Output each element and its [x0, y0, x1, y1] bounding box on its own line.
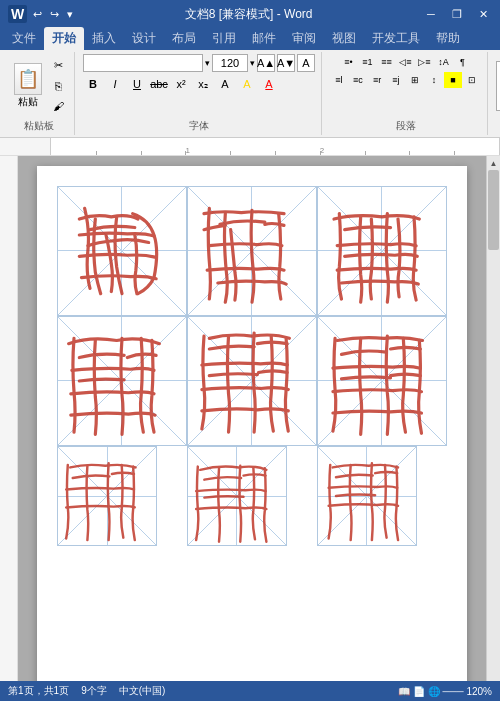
cut-button[interactable]: ✂: [48, 57, 68, 75]
word-icon: W: [8, 5, 27, 23]
clear-format-button[interactable]: A: [297, 54, 315, 72]
window-title: 文档8 [兼容模式] - Word: [75, 6, 422, 23]
multilevel-button[interactable]: ≡≡: [378, 54, 396, 70]
text-highlight-button[interactable]: A: [237, 75, 257, 93]
decrease-indent-button[interactable]: ◁≡: [397, 54, 415, 70]
word-count: 9个字: [81, 684, 107, 698]
tab-layout[interactable]: 布局: [164, 27, 204, 50]
character-grid: [57, 186, 447, 546]
char-svg-7: [58, 447, 156, 545]
print-layout-button[interactable]: 📄: [413, 686, 425, 697]
read-mode-button[interactable]: 📖: [398, 686, 410, 697]
underline-button[interactable]: U: [127, 75, 147, 93]
tab-insert[interactable]: 插入: [84, 27, 124, 50]
page-wrapper[interactable]: [18, 156, 486, 701]
scroll-up-button[interactable]: ▲: [487, 156, 501, 170]
tab-help[interactable]: 帮助: [428, 27, 468, 50]
tab-mailings[interactable]: 邮件: [244, 27, 284, 50]
paragraph-group: ≡• ≡1 ≡≡ ◁≡ ▷≡ ↕A ¶ ≡l ≡c ≡r ≡j ⊞ ↕ ■ ⊡: [324, 52, 488, 135]
subscript-button[interactable]: x₂: [193, 75, 213, 93]
line-spacing-button[interactable]: ↕: [425, 72, 443, 88]
show-formatting-button[interactable]: ¶: [454, 54, 472, 70]
char-svg-4: [58, 317, 186, 445]
char-svg-6: [318, 317, 446, 445]
styles-gallery[interactable]: 正文: [496, 61, 500, 111]
font-color-button[interactable]: A: [259, 75, 279, 93]
char-cell-2: [187, 186, 317, 316]
scroll-thumb[interactable]: [488, 170, 499, 250]
customize-qat-button[interactable]: ▾: [65, 8, 75, 21]
superscript-button[interactable]: x²: [171, 75, 191, 93]
bullets-button[interactable]: ≡•: [340, 54, 358, 70]
copy-button[interactable]: ⎘: [48, 77, 68, 95]
tab-view[interactable]: 视图: [324, 27, 364, 50]
char-svg-8: [188, 447, 286, 545]
font-group: ▾ ▾ A▲ A▼ A B I U abc x² x₂ A A A: [77, 52, 322, 135]
bold-button[interactable]: B: [83, 75, 103, 93]
view-controls: 📖 📄 🌐 ─── 120%: [398, 686, 492, 697]
increase-font-button[interactable]: A▲: [257, 54, 275, 72]
vertical-scrollbar[interactable]: ▲ ▼: [486, 156, 500, 701]
numbering-button[interactable]: ≡1: [359, 54, 377, 70]
styles-group: 正文 ▲ ▼ ▾ 样式: [490, 52, 500, 135]
minimize-button[interactable]: ─: [422, 5, 440, 23]
tab-developer[interactable]: 开发工具: [364, 27, 428, 50]
strikethrough-button[interactable]: abc: [149, 75, 169, 93]
tab-design[interactable]: 设计: [124, 27, 164, 50]
char-svg-5: [188, 317, 316, 445]
zoom-slider[interactable]: ───: [442, 686, 466, 697]
document-page: [37, 166, 467, 691]
align-center-button[interactable]: ≡c: [349, 72, 367, 88]
font-name-dropdown-icon[interactable]: ▾: [205, 58, 210, 68]
ruler-scale: 1 2: [50, 138, 500, 155]
char-svg-1: [58, 187, 186, 315]
border-button[interactable]: ⊡: [463, 72, 481, 88]
redo-button[interactable]: ↪: [48, 8, 61, 21]
align-left-button[interactable]: ≡l: [330, 72, 348, 88]
web-layout-button[interactable]: 🌐: [428, 686, 440, 697]
char-svg-9: [318, 447, 416, 545]
tab-references[interactable]: 引用: [204, 27, 244, 50]
paste-label: 粘贴: [18, 95, 38, 109]
format-painter-button[interactable]: 🖌: [48, 97, 68, 115]
column-button[interactable]: ⊞: [406, 72, 424, 88]
text-effect-button[interactable]: A: [215, 75, 235, 93]
vertical-ruler: [0, 156, 18, 701]
increase-indent-button[interactable]: ▷≡: [416, 54, 434, 70]
decrease-font-button[interactable]: A▼: [277, 54, 295, 72]
document-area: ▲ ▼: [0, 156, 500, 701]
char-svg-2: [188, 187, 316, 315]
clipboard-group: 📋 粘贴 ✂ ⎘ 🖌 粘贴板: [4, 52, 75, 135]
char-cell-9: [317, 446, 417, 546]
font-size-dropdown-icon[interactable]: ▾: [250, 58, 255, 68]
status-bar: 第1页，共1页 9个字 中文(中国) 📖 📄 🌐 ─── 120%: [0, 681, 500, 701]
char-cell-3: [317, 186, 447, 316]
font-size-input[interactable]: [212, 54, 248, 72]
horizontal-ruler: 1 2: [0, 138, 500, 156]
paste-button[interactable]: 📋 粘贴: [10, 61, 46, 111]
ribbon-tabs: 文件 开始 插入 设计 布局 引用 邮件 审阅 视图 开发工具 帮助: [0, 28, 500, 50]
char-cell-1: [57, 186, 187, 316]
tab-file[interactable]: 文件: [4, 27, 44, 50]
italic-button[interactable]: I: [105, 75, 125, 93]
char-cell-8: [187, 446, 287, 546]
ribbon: 📋 粘贴 ✂ ⎘ 🖌 粘贴板 ▾ ▾ A▲: [0, 50, 500, 138]
sort-button[interactable]: ↕A: [435, 54, 453, 70]
shading-button[interactable]: ■: [444, 72, 462, 88]
zoom-level: 120%: [466, 686, 492, 697]
justify-button[interactable]: ≡j: [387, 72, 405, 88]
undo-button[interactable]: ↩: [31, 8, 44, 21]
paste-icon: 📋: [14, 63, 42, 95]
restore-button[interactable]: ❐: [448, 5, 466, 23]
font-label: 字体: [189, 119, 209, 133]
clipboard-label: 粘贴板: [24, 119, 54, 133]
language: 中文(中国): [119, 684, 166, 698]
char-cell-7: [57, 446, 157, 546]
align-right-button[interactable]: ≡r: [368, 72, 386, 88]
close-button[interactable]: ✕: [474, 5, 492, 23]
char-cell-4: [57, 316, 187, 446]
tab-review[interactable]: 审阅: [284, 27, 324, 50]
tab-home[interactable]: 开始: [44, 27, 84, 50]
font-name-input[interactable]: [83, 54, 203, 72]
scroll-track[interactable]: [487, 170, 500, 687]
